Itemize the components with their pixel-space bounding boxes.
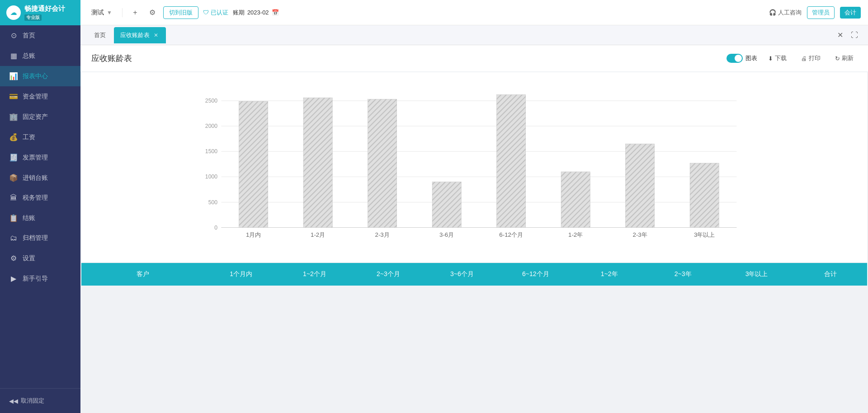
sidebar: ☁ 畅捷通好会计 专业版 ⊙ 首页 ▦ 总账 📊 报表中心 💳 资金管理 🏢 固…	[0, 0, 80, 413]
close-tab-button[interactable]: ✕	[834, 29, 846, 42]
sidebar-item-label-settings: 设置	[23, 254, 35, 263]
sidebar-item-general-ledger[interactable]: ▦ 总账	[0, 46, 80, 66]
logo-text: 畅捷通好会计 专业版	[24, 5, 65, 21]
role-button[interactable]: 会计	[840, 7, 861, 19]
gear-icon: ⚙	[149, 8, 156, 17]
chart-toggle[interactable]: 图表	[726, 54, 757, 63]
sidebar-item-fixed-assets[interactable]: 🏢 固定资产	[0, 107, 80, 127]
sidebar-item-label-fixed-assets: 固定资产	[23, 113, 48, 121]
sidebar-item-fund-management[interactable]: 💳 资金管理	[0, 86, 80, 107]
fund-management-icon: 💳	[9, 92, 18, 101]
certified-icon: 🛡	[203, 9, 209, 16]
sidebar-item-label-invoice: 发票管理	[23, 154, 48, 162]
tab-bar: 首页应收账龄表✕ ✕ ⛶	[80, 25, 868, 45]
sidebar-item-invoice[interactable]: 🧾 发票管理	[0, 147, 80, 168]
chart-table-container: 050010001500200025001月内1-2月2-3月3-6月6-12个…	[80, 71, 868, 413]
svg-text:1000: 1000	[205, 174, 218, 180]
archive-icon: 🗂	[9, 234, 18, 242]
add-button[interactable]: +	[129, 6, 142, 19]
print-button[interactable]: 🖨 打印	[797, 52, 824, 64]
svg-rect-20	[432, 182, 461, 228]
consult-button[interactable]: 🎧 人工咨询	[769, 9, 802, 17]
topbar: 测试 ▼ + ⚙ 切到旧版 🛡 已认证 账期 2023-02 📅 🎧 人工咨询 …	[80, 0, 868, 25]
company-name: 测试	[91, 9, 104, 17]
payroll-icon: 💰	[9, 133, 18, 141]
svg-rect-28	[690, 163, 719, 228]
cancel-fixed-btn[interactable]: ◀◀ 取消固定	[6, 393, 74, 408]
sidebar-item-label-archive: 归档管理	[23, 234, 48, 242]
table-header-6: 1~2年	[572, 263, 646, 286]
user-button[interactable]: 管理员	[807, 6, 835, 19]
table-header-8: 3年以上	[720, 263, 793, 286]
sidebar-item-payroll[interactable]: 💰 工资	[0, 127, 80, 147]
reports-icon: 📊	[9, 72, 18, 80]
svg-text:1-2年: 1-2年	[568, 231, 583, 238]
table-header: 客户1个月内1~2个月2~3个月3~6个月6~12个月1~2年2~3年3年以上合…	[81, 263, 867, 286]
period-display: 账期 2023-02 📅	[233, 9, 279, 17]
settings-icon: ⚙	[9, 254, 18, 263]
home-icon: ⊙	[9, 31, 18, 40]
guide-icon: ▶	[9, 274, 18, 283]
sidebar-item-archive[interactable]: 🗂 归档管理	[0, 228, 80, 248]
svg-rect-18	[368, 99, 397, 228]
sidebar-item-tax[interactable]: 🏛 税务管理	[0, 188, 80, 208]
sidebar-item-label-closing: 结账	[23, 214, 35, 222]
sidebar-item-label-fund-management: 资金管理	[23, 93, 48, 101]
chart-toggle-switch[interactable]	[726, 54, 743, 63]
sidebar-item-label-purchase-sales: 进销台账	[23, 174, 48, 182]
svg-text:500: 500	[208, 199, 218, 206]
svg-text:6-12个月: 6-12个月	[499, 231, 523, 238]
svg-rect-14	[239, 101, 268, 227]
tab-label-accounts-receivable-aging: 应收账龄表	[120, 31, 150, 39]
table-header-4: 3~6个月	[425, 263, 499, 286]
tab-accounts-receivable-aging[interactable]: 应收账龄表✕	[114, 27, 166, 43]
cancel-fixed-label: 取消固定	[21, 397, 44, 405]
tab-close-accounts-receivable-aging[interactable]: ✕	[152, 32, 160, 39]
download-label: 下载	[775, 54, 787, 62]
refresh-icon: ↻	[835, 55, 840, 62]
table-wrapper: 客户1个月内1~2个月2~3个月3~6个月6~12个月1~2年2~3年3年以上合…	[81, 263, 867, 286]
tab-home[interactable]: 首页	[88, 27, 112, 43]
svg-text:2000: 2000	[205, 123, 218, 129]
app-name: 畅捷通好会计	[24, 5, 65, 13]
svg-text:3年以上: 3年以上	[694, 231, 715, 238]
certified-badge: 🛡 已认证	[203, 9, 228, 17]
sidebar-item-label-reports: 报表中心	[23, 72, 48, 80]
sidebar-item-label-tax: 税务管理	[23, 194, 48, 202]
sidebar-item-label-payroll: 工资	[23, 133, 35, 141]
table-header-1: 1个月内	[204, 263, 278, 286]
tax-icon: 🏛	[9, 194, 18, 202]
sidebar-item-reports[interactable]: 📊 报表中心	[0, 66, 80, 86]
headset-icon: 🎧	[769, 9, 776, 16]
svg-text:1月内: 1月内	[246, 231, 261, 238]
print-icon: 🖨	[801, 55, 807, 62]
add-icon: +	[133, 9, 137, 17]
settings-button[interactable]: ⚙	[146, 6, 159, 19]
topbar-right: 🎧 人工咨询 管理员 会计	[769, 6, 861, 19]
app-edition: 专业版	[24, 14, 42, 21]
page-title: 应收账龄表	[91, 53, 132, 64]
svg-text:2-3年: 2-3年	[633, 231, 647, 238]
sidebar-item-purchase-sales[interactable]: 📦 进销台账	[0, 168, 80, 188]
sidebar-item-label-general-ledger: 总账	[23, 52, 35, 60]
bar-chart: 050010001500200025001月内1-2月2-3月3-6月6-12个…	[90, 81, 854, 253]
certified-label: 已认证	[211, 9, 228, 17]
company-selector[interactable]: 测试 ▼	[88, 7, 116, 19]
print-label: 打印	[809, 54, 821, 62]
chart-toggle-label: 图表	[745, 54, 757, 62]
sidebar-item-home[interactable]: ⊙ 首页	[0, 25, 80, 46]
sidebar-item-settings[interactable]: ⚙ 设置	[0, 248, 80, 268]
download-button[interactable]: ⬇ 下载	[764, 52, 790, 64]
table-header-2: 1~2个月	[278, 263, 352, 286]
switch-old-version-button[interactable]: 切到旧版	[163, 6, 198, 19]
refresh-button[interactable]: ↻ 刷新	[831, 52, 857, 64]
svg-text:2-3月: 2-3月	[375, 231, 390, 238]
calendar-icon[interactable]: 📅	[272, 9, 279, 16]
sidebar-item-guide[interactable]: ▶ 新手引导	[0, 268, 80, 289]
svg-rect-24	[561, 172, 590, 227]
sidebar-logo: ☁ 畅捷通好会计 专业版	[0, 0, 80, 25]
general-ledger-icon: ▦	[9, 52, 18, 60]
sidebar-item-closing[interactable]: 📋 结账	[0, 208, 80, 228]
expand-tab-button[interactable]: ⛶	[848, 29, 861, 42]
svg-text:0: 0	[214, 225, 217, 231]
